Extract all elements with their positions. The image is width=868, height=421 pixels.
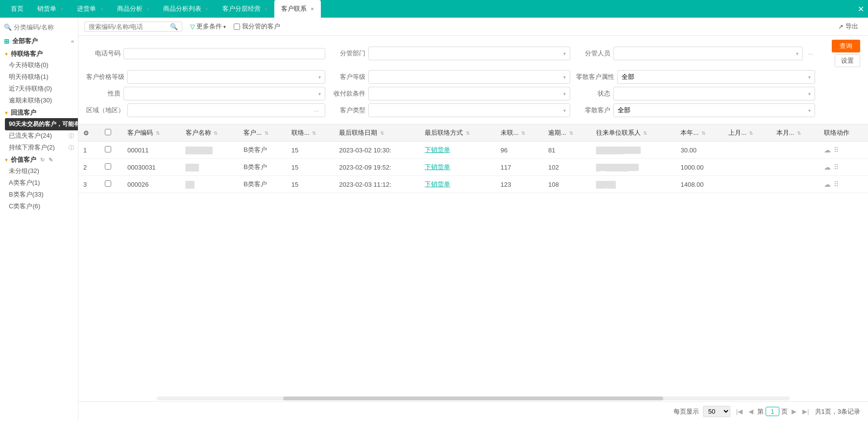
row-checkbox-2[interactable] [105, 180, 111, 187]
close-product-list-tab[interactable]: × [205, 0, 208, 18]
top-navigation: 首页 销货单 × 进货单 × 商品分析 × 商品分析列表 × 客户分层经营 × … [0, 0, 868, 18]
customer-level-select[interactable]: ▾ [368, 70, 570, 84]
close-customer-contact-tab[interactable]: × [311, 0, 313, 18]
main-search-input[interactable] [89, 23, 168, 30]
first-page-btn[interactable]: |◀ [734, 407, 745, 416]
th-checkbox[interactable] [100, 124, 122, 142]
contact-icon[interactable]: ☁ [824, 146, 831, 154]
region-dots[interactable]: ··· [312, 107, 321, 114]
cell-last-method[interactable]: 下销货单 [420, 142, 496, 159]
nav-purchase[interactable]: 进货单 × [70, 0, 110, 18]
region-select[interactable]: ··· [127, 103, 325, 117]
sidebar-item-tomorrow[interactable]: 明天待联络(1) [0, 71, 78, 83]
nav-customer-contact[interactable]: 客户联系 × [274, 0, 320, 18]
sidebar: 🔍 ⊞ 全部客户 « ▼ 待联络客户 今天待联络(0) 明天待联络(1) 近7天… [0, 18, 78, 421]
close-customer-segment-tab[interactable]: × [265, 0, 267, 18]
edit-icon[interactable]: ✎ [48, 157, 53, 163]
nav-customer-segment[interactable]: 客户分层经营 × [216, 0, 274, 18]
more-icon[interactable]: ⠿ [834, 180, 839, 188]
sidebar-item-class-c[interactable]: C类客户(6) [0, 200, 78, 212]
th-type[interactable]: 客户... ⇅ [239, 124, 287, 142]
row-checkbox-0[interactable] [105, 146, 111, 152]
nature-select[interactable]: ▾ [123, 87, 325, 100]
horizontal-scrollbar[interactable] [78, 396, 868, 401]
contact-method-link[interactable]: 下销货单 [425, 163, 450, 171]
manager-select[interactable]: ▾ [613, 47, 803, 60]
close-sales-tab[interactable]: × [60, 0, 63, 18]
retail-customer-select[interactable]: 全部 ▾ [613, 103, 815, 117]
manager-dots[interactable]: ··· [806, 50, 815, 57]
contact-method-link[interactable]: 下销货单 [425, 180, 450, 188]
query-button[interactable]: 查询 [832, 40, 860, 52]
page-size-select[interactable]: 50 100 200 [703, 406, 730, 417]
cell-checkbox[interactable] [100, 142, 122, 159]
sidebar-item-churned[interactable]: 已流失客户(24) ⓘ [0, 130, 78, 142]
th-contacts[interactable]: 联络... ⇅ [287, 124, 335, 142]
cell-checkbox[interactable] [100, 159, 122, 176]
sidebar-item-overdue[interactable]: 逾期未联络(30) [0, 95, 78, 106]
all-customers-header[interactable]: ⊞ 全部客户 « [0, 35, 78, 48]
retail-attr-select[interactable]: 全部 ▾ [617, 70, 815, 84]
th-last-month[interactable]: 上月... ⇅ [723, 124, 772, 142]
sidebar-item-7days[interactable]: 近7天待联络(0) [0, 83, 78, 95]
prev-page-btn[interactable]: ◀ [747, 407, 755, 416]
cell-last-method[interactable]: 下销货单 [420, 176, 496, 193]
customer-type-select[interactable]: ▾ [368, 103, 570, 117]
sidebar-item-declining[interactable]: 持续下滑客户(2) ⓘ [0, 142, 78, 153]
more-filters-button[interactable]: ▽ 更多条件 ▾ [186, 21, 230, 32]
row-checkbox-1[interactable] [105, 163, 111, 170]
export-button[interactable]: ↗ 导出 [834, 21, 862, 32]
th-name[interactable]: 客户名称 ⇅ [181, 124, 239, 142]
th-last-method[interactable]: 最后联络方式 ⇅ [420, 124, 496, 142]
th-code[interactable]: 客户编码 ⇅ [122, 124, 181, 142]
current-page[interactable]: 1 [766, 407, 779, 416]
last-page-btn[interactable]: ▶| [800, 407, 811, 416]
settings-button[interactable]: 设置 [835, 54, 860, 67]
contact-icon[interactable]: ☁ [824, 180, 831, 188]
nav-sales[interactable]: 销货单 × [30, 0, 70, 18]
close-all-tabs[interactable]: ✕ [858, 4, 864, 14]
price-level-select[interactable]: ▾ [127, 70, 325, 84]
sidebar-item-today[interactable]: 今天待联络(0) [0, 59, 78, 71]
sidebar-item-unclassified[interactable]: 未分组(32) [0, 165, 78, 177]
more-icon[interactable]: ⠿ [834, 146, 839, 154]
th-last-date[interactable]: 最后联络日期 ⇅ [334, 124, 420, 142]
cell-last-month [723, 142, 772, 159]
sidebar-item-class-b[interactable]: B类客户(33) [0, 189, 78, 200]
nav-home[interactable]: 首页 [4, 0, 30, 18]
collapse-all-icon[interactable]: « [71, 38, 74, 44]
filter-nature: 性质 ▾ [86, 87, 325, 100]
th-no-contact[interactable]: 未联... ⇅ [496, 124, 544, 142]
close-product-analysis-tab[interactable]: × [146, 0, 149, 18]
phone-input[interactable] [123, 48, 325, 59]
sidebar-item-class-a[interactable]: A类客户(1) [0, 177, 78, 189]
close-purchase-tab[interactable]: × [100, 0, 103, 18]
more-icon[interactable]: ⠿ [834, 163, 839, 171]
section-value-customers[interactable]: ▼ 价值客户 ↻ ✎ [0, 153, 78, 165]
contact-icon[interactable]: ☁ [824, 163, 831, 171]
status-select[interactable]: ▾ [613, 87, 815, 100]
th-this-month[interactable]: 本月... ⇅ [772, 124, 820, 142]
select-all-checkbox[interactable] [105, 129, 111, 135]
payment-select[interactable]: ▾ [368, 87, 570, 100]
next-page-btn[interactable]: ▶ [790, 407, 798, 416]
nav-product-analysis[interactable]: 商品分析 × [110, 0, 156, 18]
refresh-icon[interactable]: ↻ [40, 157, 45, 163]
dept-select[interactable]: ▾ [368, 47, 570, 60]
nav-product-analysis-list[interactable]: 商品分析列表 × [156, 0, 215, 18]
contact-method-link[interactable]: 下销货单 [425, 146, 450, 153]
my-customers-checkbox[interactable] [234, 24, 240, 30]
scrollbar-thumb[interactable] [283, 396, 663, 400]
th-settings[interactable]: ⚙ [78, 124, 100, 142]
th-overdue[interactable]: 逾期... ⇅ [543, 124, 591, 142]
cell-last-method[interactable]: 下销货单 [420, 159, 496, 176]
sidebar-search-input[interactable] [14, 24, 74, 31]
my-customers-checkbox-label[interactable]: 我分管的客户 [234, 22, 280, 31]
th-contact-person[interactable]: 往来单位联系人 ⇅ [591, 124, 676, 142]
section-pending-contact[interactable]: ▼ 待联络客户 [0, 48, 78, 59]
section-retention[interactable]: ▼ 回流客户 90天未交易的客户，可能有流失风险。 [0, 106, 78, 118]
cell-checkbox[interactable] [100, 176, 122, 193]
main-search-icon[interactable]: 🔍 [170, 23, 178, 30]
th-this-year[interactable]: 本年... ⇅ [675, 124, 723, 142]
cell-contacts: 15 [287, 142, 335, 159]
